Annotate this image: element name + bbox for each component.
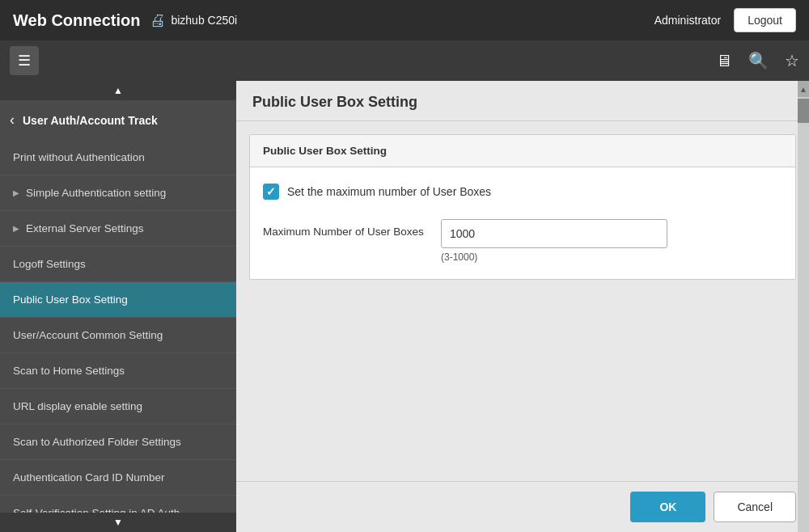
checkbox-label: Set the maximum number of User Boxes	[287, 185, 491, 198]
toolbar-left: ☰	[10, 46, 39, 75]
scroll-thumb[interactable]	[798, 99, 809, 123]
settings-card: Public User Box Setting ✓ Set the maximu…	[249, 134, 796, 280]
printer-icon: 🖨	[150, 11, 166, 30]
nav-item-label: Scan to Home Settings	[13, 365, 125, 377]
header-right: Administrator Logout	[654, 8, 796, 32]
ok-button[interactable]: OK	[630, 492, 705, 522]
field-row: Maximum Number of User Boxes (3-1000)	[263, 219, 782, 263]
nav-item-label: Scan to Authorized Folder Settings	[13, 436, 181, 448]
nav-item-label: Logoff Settings	[13, 258, 86, 270]
nav-item-label: Simple Authentication setting	[26, 187, 166, 199]
sidebar-item-public-user-box-setting[interactable]: Public User Box Setting	[0, 282, 236, 318]
page-title: Public User Box Setting	[252, 94, 417, 110]
cancel-button[interactable]: Cancel	[714, 492, 796, 522]
nav-item-label: Self-Verification Setting in AD Auth.	[13, 507, 183, 513]
sidebar-item-auth-card-id-number[interactable]: Authentication Card ID Number	[0, 460, 236, 496]
nav-item-label: Public User Box Setting	[13, 293, 128, 306]
content-header: Public User Box Setting	[236, 81, 809, 121]
monitor-icon[interactable]: 🖥	[716, 52, 732, 70]
star-icon[interactable]: ☆	[785, 51, 799, 70]
sidebar-scroll-up[interactable]: ▲	[0, 81, 236, 100]
sidebar-item-logoff-settings[interactable]: Logoff Settings	[0, 247, 236, 282]
sidebar-item-scan-to-authorized-folder[interactable]: Scan to Authorized Folder Settings	[0, 424, 236, 460]
max-user-boxes-input[interactable]	[441, 219, 667, 248]
field-hint: (3-1000)	[441, 251, 667, 263]
sidebar-nav: Print without Authentication Simple Auth…	[0, 140, 236, 513]
content-area: ▲ Public User Box Setting Public User Bo…	[236, 81, 809, 532]
sidebar-item-simple-auth-setting[interactable]: Simple Authentication setting	[0, 175, 236, 211]
admin-label: Administrator	[654, 14, 721, 27]
sidebar-item-self-verification-ad-auth[interactable]: Self-Verification Setting in AD Auth.	[0, 496, 236, 513]
logout-button[interactable]: Logout	[734, 8, 796, 32]
settings-card-body: ✓ Set the maximum number of User Boxes M…	[250, 167, 795, 279]
sidebar: ▲ ‹ User Auth/Account Track Print withou…	[0, 81, 236, 532]
device-badge: 🖨 bizhub C250i	[150, 11, 237, 30]
content-body: Public User Box Setting ✓ Set the maximu…	[236, 121, 809, 481]
checkbox-row: ✓ Set the maximum number of User Boxes	[263, 184, 782, 200]
max-user-boxes-checkbox[interactable]: ✓	[263, 184, 279, 200]
nav-item-label: User/Account Common Setting	[13, 329, 163, 341]
hamburger-icon: ☰	[18, 52, 31, 70]
sidebar-item-user-account-common-setting[interactable]: User/Account Common Setting	[0, 318, 236, 353]
nav-item-label: Authentication Card ID Number	[13, 471, 165, 483]
nav-item-label: Print without Authentication	[13, 151, 145, 163]
scroll-up-arrow[interactable]: ▲	[798, 81, 809, 97]
field-input-group: (3-1000)	[441, 219, 667, 263]
header-left: Web Connection 🖨 bizhub C250i	[13, 11, 237, 30]
toolbar: ☰ 🖥 🔍 ☆	[0, 40, 809, 81]
sidebar-scroll-down[interactable]: ▼	[0, 513, 236, 532]
right-scrollbar: ▲	[798, 81, 809, 532]
header: Web Connection 🖨 bizhub C250i Administra…	[0, 0, 809, 40]
hamburger-button[interactable]: ☰	[10, 46, 39, 75]
max-user-boxes-label: Maximum Number of User Boxes	[263, 219, 425, 238]
checkmark-icon: ✓	[266, 185, 276, 198]
sidebar-item-external-server-settings[interactable]: External Server Settings	[0, 211, 236, 247]
content-footer: OK Cancel	[236, 481, 809, 532]
main-layout: ▲ ‹ User Auth/Account Track Print withou…	[0, 81, 809, 532]
sidebar-item-print-without-auth[interactable]: Print without Authentication	[0, 140, 236, 175]
nav-item-label: URL display enable setting	[13, 400, 142, 412]
sidebar-header: ‹ User Auth/Account Track	[0, 100, 236, 140]
sidebar-item-url-display-enable-setting[interactable]: URL display enable setting	[0, 389, 236, 424]
search-icon[interactable]: 🔍	[748, 51, 769, 70]
toolbar-right: 🖥 🔍 ☆	[716, 51, 799, 70]
sidebar-item-scan-to-home-settings[interactable]: Scan to Home Settings	[0, 353, 236, 389]
device-name: bizhub C250i	[171, 14, 237, 27]
sidebar-back-button[interactable]: ‹	[10, 112, 15, 129]
header-logo: Web Connection	[13, 11, 140, 30]
sidebar-title: User Auth/Account Track	[23, 114, 158, 127]
app-title: Web Connection	[13, 11, 140, 30]
nav-item-label: External Server Settings	[26, 222, 144, 234]
settings-card-header: Public User Box Setting	[250, 135, 795, 167]
